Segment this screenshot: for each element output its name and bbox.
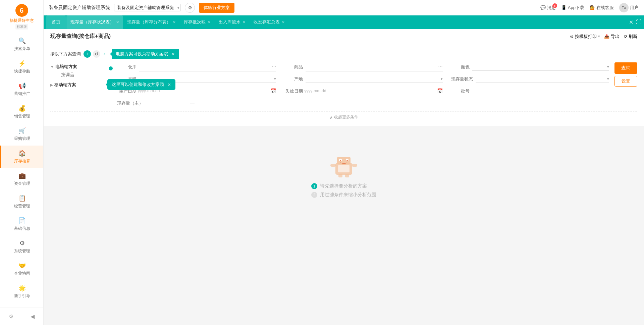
stock-status-select[interactable]: ▾ — [476, 75, 609, 83]
query-btn[interactable]: 查询 — [614, 62, 637, 74]
header-settings-btn[interactable]: ⚙ — [185, 3, 195, 13]
brand-badge: 标准版 — [15, 24, 28, 30]
scheme-mobile-chevron-icon: ▶ — [50, 83, 53, 87]
step2-text: 用过滤条件来缩小分析范围 — [320, 192, 376, 198]
filter-add-icon: + — [86, 51, 89, 57]
filter-field-origin: 产地 ▾ — [283, 75, 442, 83]
svg-rect-11 — [345, 174, 349, 177]
filter-refresh-btn[interactable]: ↺ — [93, 50, 100, 58]
goods-input[interactable]: ··· — [306, 62, 442, 71]
filter-field-warehouse: 仓库 ··· — [116, 62, 276, 71]
scheme-desktop-child[interactable]: ─ 按调品 — [50, 71, 111, 78]
sidebar-item-search[interactable]: 🔍 搜索菜单 — [0, 33, 43, 56]
filter-more-icon[interactable]: ··· — [633, 51, 637, 57]
print-btn[interactable]: 🖨 按模板打印 ▾ — [569, 34, 600, 40]
tooltip1-arrow — [108, 52, 112, 56]
tab-batch-account-close[interactable]: ✕ — [208, 20, 211, 24]
tab-receive-send-close[interactable]: ✕ — [282, 20, 285, 24]
avatar: Ea — [619, 3, 629, 12]
filter-add-btn[interactable]: + — [84, 50, 91, 58]
sidebar-item-marketing[interactable]: 📢 营销推广 — [0, 78, 43, 101]
tab-batch-account[interactable]: 库存批次账 ✕ — [180, 15, 215, 29]
collapse-label: 收起更多条件 — [334, 114, 358, 120]
tab-in-out-flow[interactable]: 出入库流水 ✕ — [215, 15, 250, 29]
header-right: 💬 消息 6 📱 App下载 💁 在线客服 Ea 用户 — [540, 3, 639, 12]
tab-close-all-icon[interactable]: ✕ — [629, 19, 633, 25]
stock-qty-label: 现存量（主） — [116, 100, 143, 106]
tab-home[interactable]: 首页 — [46, 15, 66, 29]
scheme-mobile-row[interactable]: ▶ 移动端方案 — [50, 80, 111, 89]
sidebar-item-basic[interactable]: 📄 基础信息 — [0, 213, 43, 235]
sidebar-item-inventory-label: 库存核算 — [14, 158, 30, 164]
step1-text: 请先选择要分析的方案 — [320, 183, 367, 189]
expire-date-from-cal-icon[interactable]: 📅 — [437, 88, 443, 94]
sidebar-item-purchase-label: 采购管理 — [14, 136, 30, 142]
tab-inventory-status-close[interactable]: ✕ — [116, 20, 119, 24]
sidebar-item-guide-label: 新手引导 — [14, 293, 30, 299]
stock-qty-from-input[interactable] — [146, 99, 186, 107]
scheme-panel: ▼ 电脑端方案 ─ 按调品 这里可以创建和修改方案哦 ✕ — [50, 62, 111, 109]
filter-back-icon: ← — [102, 51, 108, 57]
stock-qty-to-input[interactable] — [199, 99, 239, 107]
origin-select[interactable]: ▾ — [306, 75, 442, 83]
app-download-btn[interactable]: 📱 App下载 — [561, 5, 584, 11]
finance-icon: 💼 — [18, 172, 26, 179]
batch-input[interactable] — [472, 87, 609, 95]
tab-in-out-flow-close[interactable]: ✕ — [243, 20, 246, 24]
brand-name: 畅捷通好生意 — [10, 18, 34, 23]
scheme-desktop-row[interactable]: ▼ 电脑端方案 — [50, 62, 111, 71]
color-select[interactable]: ▾ — [472, 63, 609, 71]
sidebar: 6 畅捷通好生意 标准版 🔍 搜索菜单 ⚡ 快捷导航 📢 营销推广 💰 销售管理… — [0, 0, 44, 325]
expire-date-from[interactable]: yyyy-mm-dd 📅 — [304, 87, 442, 95]
warehouse-input[interactable]: ··· — [139, 62, 276, 71]
tab-receive-send[interactable]: 收发存汇总表 ✕ — [250, 15, 289, 29]
filter-back-btn[interactable]: ← — [102, 51, 108, 58]
svg-rect-9 — [338, 165, 350, 172]
warehouse-more-icon[interactable]: ··· — [272, 64, 276, 70]
notification-btn[interactable]: 💬 消息 6 — [540, 5, 556, 11]
sidebar-item-basic-label: 基础信息 — [14, 226, 30, 231]
trial-btn[interactable]: 体验行业方案 — [199, 3, 234, 13]
tab-expand-icon[interactable]: ⛶ — [636, 19, 641, 25]
tab-bar: 首页 现存量（库存状况表） ✕ 现存量（库存分布表） ✕ 库存批次账 ✕ 出入库… — [44, 15, 644, 29]
sidebar-item-sales[interactable]: 💰 销售管理 — [0, 101, 43, 123]
filter-field-expire-date: 失效日期 yyyy-mm-dd 📅 — [283, 87, 442, 95]
logo-area: 6 畅捷通好生意 标准版 — [0, 0, 43, 33]
refresh-btn[interactable]: ↺ 刷新 — [624, 34, 637, 40]
tooltip2-close-btn[interactable]: ✕ — [167, 82, 171, 87]
tab-inventory-status[interactable]: 现存量（库存状况表） ✕ — [66, 15, 123, 29]
online-service-btn[interactable]: 💁 在线客服 — [590, 5, 614, 11]
sidebar-collapse-btn[interactable]: ◀ — [29, 312, 36, 321]
collapse-btn[interactable]: ∧ 收起更多条件 — [330, 114, 358, 120]
sidebar-item-purchase[interactable]: 🛒 采购管理 — [0, 123, 43, 146]
stock-status-label: 现存量状态 — [449, 76, 473, 82]
sidebar-item-enterprise[interactable]: 🤝 企业协同 — [0, 258, 43, 280]
sidebar-item-quick-nav[interactable]: ⚡ 快捷导航 — [0, 56, 43, 78]
filter-row-3: 生产日期 yyyy-mm-dd 📅 失效日期 yyyy-mm-dd 📅 — [116, 87, 609, 95]
system-name: 装备及固定资产辅助管理系统 — [49, 5, 110, 11]
stock-status-chevron-icon: ▾ — [607, 77, 609, 81]
sales-icon: 💰 — [18, 105, 26, 112]
sidebar-settings-btn[interactable]: ⚙ — [7, 312, 15, 321]
warehouse-label: 仓库 — [116, 64, 137, 70]
page-title: 现存量查询(按仓库+商品) — [50, 33, 111, 40]
tab-inventory-dist-close[interactable]: ✕ — [173, 20, 176, 24]
marketing-icon: 📢 — [18, 82, 26, 90]
sidebar-item-operation[interactable]: 📋 经营管理 — [0, 191, 43, 213]
tooltip1-close-btn[interactable]: ✕ — [171, 52, 175, 57]
prod-date-from-cal-icon[interactable]: 📅 — [270, 88, 276, 94]
system-select[interactable]: 装备及固定资产辅助管理系统 — [114, 4, 181, 11]
export-btn[interactable]: 📤 导出 — [604, 34, 620, 40]
sidebar-item-system[interactable]: ⚙ 系统管理 — [0, 235, 43, 258]
sidebar-item-inventory[interactable]: 🏠 库存核算 — [0, 146, 43, 168]
sidebar-item-guide[interactable]: 🌟 新手引导 — [0, 280, 43, 303]
user-area[interactable]: Ea 用户 — [619, 3, 639, 12]
settings-config-btn[interactable]: 设置 — [614, 76, 637, 87]
filter-actions: + ↺ ← — [84, 50, 108, 58]
svg-point-4 — [340, 160, 341, 161]
sidebar-item-finance[interactable]: 💼 资金管理 — [0, 168, 43, 191]
batch-label: 批号 — [449, 88, 470, 94]
tab-inventory-dist[interactable]: 现存量（库存分布表） ✕ — [123, 15, 180, 29]
goods-more-icon[interactable]: ··· — [438, 64, 442, 70]
filter-fields-panel: 仓库 ··· 商品 ··· — [111, 62, 609, 109]
